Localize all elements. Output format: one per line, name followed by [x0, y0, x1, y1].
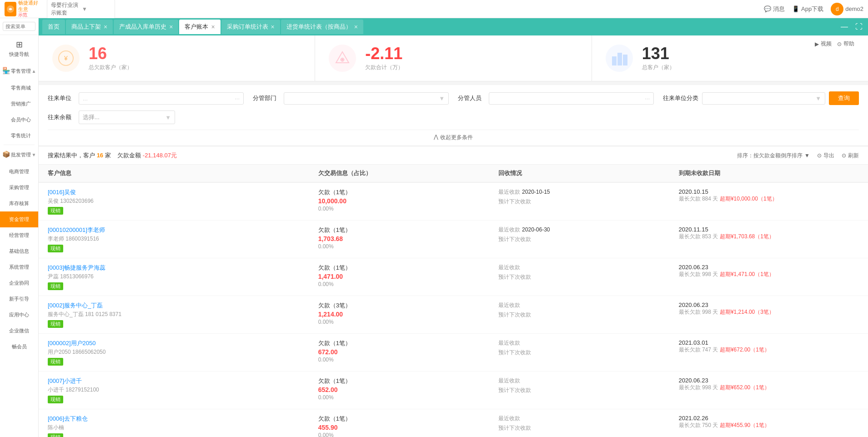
customer-name-link-5[interactable]: [0007]小进千	[48, 377, 318, 385]
top-right-actions: 💬 消息 📱 App下载 d demo2	[764, 3, 863, 15]
minimize-icon[interactable]: —	[839, 21, 850, 33]
overdue-link-5[interactable]: 超期¥652.00（1笔）	[720, 384, 770, 391]
sidebar-item-system-mgmt[interactable]: 系统管理	[0, 259, 38, 275]
table-row: [0002]服务中心_丁磊 服务中心_丁磊 181 0125 8371 现销 欠…	[39, 296, 868, 334]
maximize-icon[interactable]: ⛶	[853, 21, 864, 33]
tab-product-online-offline[interactable]: 商品上下架 ×	[66, 20, 113, 34]
sidebar-item-purchase-mgmt[interactable]: 采购管理	[0, 180, 38, 196]
tab-customer-account[interactable]: 客户账本 ×	[179, 20, 220, 34]
sidebar-divider-1	[4, 145, 35, 145]
sidebar-item-marketing[interactable]: 营销推广	[0, 96, 38, 112]
stat-info-debt-customers: 16 总欠款客户（家）	[89, 45, 132, 71]
customer-tag-5: 现销	[48, 396, 63, 403]
tab-inbound-stats[interactable]: 进货单统计表（按商品） ×	[281, 20, 363, 34]
expand-arrow-icon: ▲	[32, 69, 36, 74]
avatar: d	[831, 3, 843, 15]
refresh-btn[interactable]: ⊙ 刷新	[842, 152, 859, 160]
sidebar-item-app-center[interactable]: 应用中心	[0, 307, 38, 323]
debt-info-1: 欠款（1笔） 1,703.68 0.00%	[318, 226, 498, 250]
unit-category-input[interactable]: ▼	[702, 92, 825, 105]
sidebar-item-retail-mall[interactable]: 零售商城	[0, 80, 38, 96]
person-input[interactable]: ···	[489, 92, 654, 105]
overdue-link-1[interactable]: 超期¥1,703.68（1笔）	[720, 233, 774, 240]
sidebar-item-enterprise-wechat[interactable]: 企业微信	[0, 323, 38, 339]
sidebar-item-member-plus[interactable]: 畅会员	[0, 339, 38, 355]
tab-close-icon[interactable]: ×	[211, 23, 215, 30]
sidebar-item-basic-info[interactable]: 基础信息	[0, 243, 38, 259]
sort-selector[interactable]: 排序：按欠款金额倒序排序 ▼	[737, 152, 810, 160]
customer-name-link-2[interactable]: [0003]畅捷服务尹海蕊	[48, 264, 318, 272]
results-actions: 排序：按欠款金额倒序排序 ▼ ⊙ 导出 ⊙ 刷新	[737, 152, 859, 160]
customer-info-3: [0002]服务中心_丁磊 服务中心_丁磊 181 0125 8371 现销	[48, 301, 318, 328]
message-btn[interactable]: 💬 消息	[764, 5, 785, 13]
customer-info-1: [00010200001]李老师 李老师 18600391516 现销	[48, 226, 318, 252]
app-download-btn[interactable]: 📱 App下载	[792, 5, 823, 13]
main-layout: ⊞ 快捷导航 🏪 零售管理 ▲ 零售商城 营销推广 会员中心 零售统计	[0, 18, 868, 437]
help-btn[interactable]: ⊙ 帮助	[837, 40, 854, 48]
expand-arrow-icon-2: ▼	[32, 152, 36, 157]
customer-name-link-1[interactable]: [00010200001]李老师	[48, 226, 318, 234]
overdue-link-4[interactable]: 超期¥672.00（1笔）	[720, 347, 770, 353]
customer-name-link-6[interactable]: [0006]去下粮仓	[48, 415, 318, 423]
user-profile[interactable]: d demo2	[831, 3, 863, 15]
sidebar-item-member-center[interactable]: 会员中心	[0, 112, 38, 128]
debt-info-0: 欠款（1笔） 10,000.00 0.00%	[318, 188, 498, 212]
dept-input[interactable]: ▼	[284, 92, 449, 105]
overdue-link-6[interactable]: 超期¥455.90（1笔）	[720, 422, 770, 428]
overdue-link-0[interactable]: 超期¥10,000.00（1笔）	[720, 196, 778, 202]
sidebar-item-retail-stats[interactable]: 零售统计	[0, 128, 38, 144]
tab-close-icon[interactable]: ×	[271, 23, 275, 30]
overdue-info-1: 2020.11.15 最长欠款 853 天 超期¥1,703.68（1笔）	[679, 226, 859, 241]
from-unit-input[interactable]: ... ···	[79, 92, 244, 105]
tab-close-icon[interactable]: ×	[104, 23, 107, 30]
sidebar-item-operations-mgmt[interactable]: 经营管理	[0, 227, 38, 243]
customer-tag-1: 现销	[48, 245, 63, 252]
customer-name-link-3[interactable]: [0002]服务中心_丁磊	[48, 301, 318, 310]
search-button[interactable]: 查询	[829, 91, 859, 105]
results-summary: 搜索结果中，客户 16 家 欠款金额 -21,148.07元	[48, 151, 177, 160]
sidebar-item-retail-mgmt[interactable]: 🏪 零售管理 ▲	[0, 62, 38, 80]
balance-label: 往来余额	[48, 113, 75, 121]
sidebar-item-ecommerce[interactable]: 电商管理	[0, 164, 38, 180]
overdue-info-4: 2021.03.01 最长欠款 747 天 超期¥672.00（1笔）	[679, 339, 859, 354]
export-btn[interactable]: ⊙ 导出	[817, 152, 834, 160]
tab-product-history[interactable]: 产成品入库单历史 ×	[114, 20, 178, 34]
view-video-btn[interactable]: ▶ 视频	[815, 40, 832, 48]
sidebar-item-newbie-guide[interactable]: 新手引导	[0, 291, 38, 307]
table-row: [0007]小进千 小进千 18279152100 现销 欠款（1笔） 652.…	[39, 372, 868, 409]
search-input[interactable]	[3, 22, 35, 31]
table-container: 客户信息 欠交易信息（占比） 回收情况 到期未收款日期 [0016]吴俊 吴俊 …	[39, 165, 868, 437]
tab-purchase-summary[interactable]: 采购订单统计表 ×	[221, 20, 280, 34]
total-customers-icon	[606, 45, 633, 72]
customer-contact-3: 服务中心_丁磊 181 0125 8371	[48, 311, 318, 318]
balance-select[interactable]: 选择... ▼	[79, 111, 175, 124]
filter-from-unit: 往来单位 ... ···	[48, 92, 244, 105]
sidebar-item-inventory[interactable]: 库存核算	[0, 196, 38, 211]
unit-cat-dropdown-icon: ▼	[815, 95, 821, 102]
customer-name-link-4[interactable]: [000002]用户2050	[48, 339, 318, 347]
filter-balance: 往来余额 选择... ▼	[48, 111, 175, 124]
customer-name-link-0[interactable]: [0016]吴俊	[48, 188, 318, 196]
stat-card-debt-customers: ¥ 16 总欠款客户（家）	[39, 35, 315, 81]
industry-selector[interactable]: 母婴行业演示账套 ▼	[47, 0, 115, 19]
tab-actions: — ⛶	[839, 21, 864, 33]
tab-close-icon[interactable]: ×	[354, 23, 358, 30]
filter-dept: 分管部门 ▼	[253, 92, 449, 105]
customer-info-2: [0003]畅捷服务尹海蕊 尹蕊 18513066976 现销	[48, 264, 318, 290]
collapse-btn[interactable]: ⋀ 收起更多条件	[48, 130, 859, 145]
customer-contact-5: 小进千 18279152100	[48, 386, 318, 394]
stat-info-total-customers: 131 总客户（家）	[642, 45, 675, 71]
sidebar-item-finance-mgmt[interactable]: 资金管理	[0, 211, 38, 227]
svg-rect-6	[617, 53, 622, 65]
overdue-link-3[interactable]: 超期¥1,214.00（3笔）	[720, 309, 774, 315]
tab-close-icon[interactable]: ×	[169, 23, 173, 30]
sidebar-item-batch-mgmt[interactable]: 📦 批发管理 ▼	[0, 146, 38, 164]
sidebar-item-enterprise-collab[interactable]: 企业协同	[0, 275, 38, 291]
overdue-link-2[interactable]: 超期¥1,471.00（1笔）	[720, 271, 774, 277]
sidebar-item-quick-nav[interactable]: ⊞ 快捷导航	[0, 35, 38, 62]
recovery-info-6: 最近收款 预计下次收款	[498, 415, 678, 432]
stat-card-debt-amount: ⊕ -2.11 欠款合计（万）	[315, 35, 592, 81]
overdue-info-2: 2020.06.23 最长欠款 998 天 超期¥1,471.00（1笔）	[679, 264, 859, 278]
customer-tag-4: 现销	[48, 358, 63, 366]
tab-home[interactable]: 首页	[42, 20, 65, 34]
